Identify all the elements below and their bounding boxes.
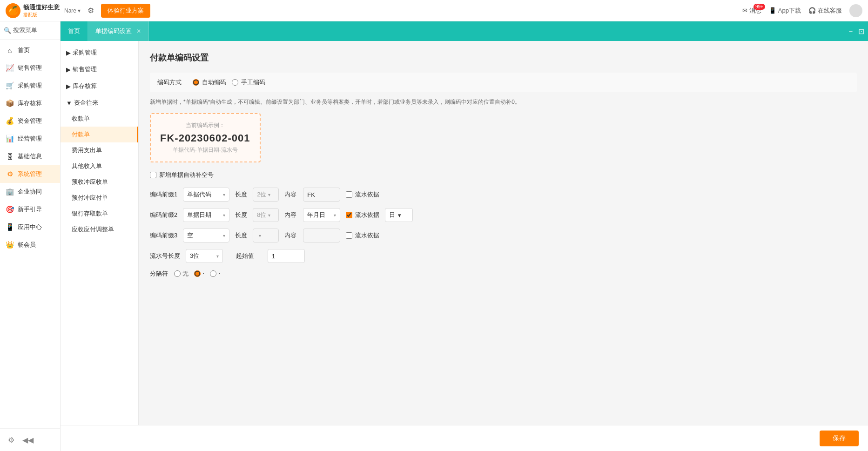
bottom-bar: 保存 (61, 425, 868, 451)
sidebar-item-newguide[interactable]: 🎯 新手引导 (0, 201, 60, 218)
sub-item-bank[interactable]: 银行存取款单 (61, 206, 138, 222)
sub-item-adjustment[interactable]: 应收应付调整单 (61, 222, 138, 237)
home-icon: ⌂ (6, 46, 14, 54)
code-preview-label: 当前编码示例： (186, 121, 225, 129)
sub-item-receipt[interactable]: 收款单 (61, 111, 138, 127)
collapse-btn[interactable]: ◀◀ (21, 433, 34, 446)
prefix2-stream-checkbox[interactable] (346, 212, 352, 218)
tab-encode-settings[interactable]: 单据编码设置 ✕ (88, 21, 149, 41)
logo-area: 🍊 畅通道好生意 搭配版 (6, 3, 60, 18)
sub-group-finance-title[interactable]: ▼ 资金往来 (61, 95, 138, 111)
prefix1-content-label: 内容 (284, 190, 297, 199)
sub-group-inventory-title[interactable]: ▶ 库存核算 (61, 78, 138, 94)
code-preview-value: FK-20230602-001 (160, 132, 250, 144)
tab-minimize-icon[interactable]: － (847, 27, 855, 36)
auto-fill-label: 新增单据自动补空号 (159, 171, 214, 179)
sub-group-purchase: ▶ 采购管理 (61, 45, 138, 61)
sidebar-search[interactable]: 🔍 搜索菜单 (0, 21, 60, 40)
system-icon: ⚙ (6, 170, 14, 178)
sales-icon: 📈 (6, 64, 14, 72)
sidebar-item-home[interactable]: ⌂ 首页 (0, 41, 60, 59)
prefix1-length-value: 2位 ▾ (253, 188, 279, 202)
settings-icon-btn[interactable]: ⚙ (84, 4, 97, 17)
stream-length-row: 流水号长度 3位 ▾ 起始值 (150, 249, 857, 263)
sub-group-purchase-title[interactable]: ▶ 采购管理 (61, 45, 138, 61)
prefix2-label: 编码前缀2 (150, 211, 177, 219)
sidebar-item-enterprise[interactable]: 🏢 企业协同 (0, 183, 60, 201)
sub-item-other-income[interactable]: 其他收入单 (61, 158, 138, 174)
prefix2-select-arrow: ▾ (223, 213, 225, 218)
prefix3-length-value: ▾ (253, 229, 279, 242)
prefix3-row: 编码前缀3 空 ▾ 长度 ▾ 内容 (150, 229, 857, 242)
sidebar-item-system[interactable]: ⚙ 系统管理 (0, 165, 60, 183)
save-button[interactable]: 保存 (820, 431, 859, 446)
sep-dot2[interactable]: · (210, 269, 220, 278)
auto-fill-checkbox[interactable] (150, 172, 156, 178)
page-title: 付款单编码设置 (150, 52, 857, 63)
tab-maximize-icon[interactable]: ⊡ (858, 27, 864, 36)
sub-item-advance-offset[interactable]: 预付冲应付单 (61, 190, 138, 206)
auto-encode-radio[interactable] (193, 79, 199, 86)
prefix3-stream-check[interactable]: 流水依据 (346, 231, 379, 240)
prefix2-select[interactable]: 单据日期 ▾ (183, 208, 229, 222)
sep-none-radio[interactable] (174, 270, 181, 277)
start-value-input[interactable] (268, 249, 305, 263)
main-layout: 🔍 搜索菜单 ⌂ 首页 📈 销售管理 🛒 采购管理 📦 库存核算 💰 资 (0, 21, 868, 451)
sep-dot2-radio[interactable] (210, 270, 216, 277)
prefix1-select[interactable]: 单据代码 ▾ (183, 188, 229, 202)
stream-length-select[interactable]: 3位 ▾ (186, 249, 223, 263)
chevron-down-icon: ▼ (66, 100, 72, 107)
sidebar-item-sales[interactable]: 📈 销售管理 (0, 59, 60, 77)
prefix3-length-label: 长度 (235, 231, 247, 240)
auto-encode-option[interactable]: 自动编码 (193, 78, 226, 87)
prefix3-content-value (303, 229, 340, 242)
sub-group-sales-title[interactable]: ▶ 销售管理 (61, 61, 138, 77)
manual-encode-option[interactable]: 手工编码 (232, 78, 265, 87)
prefix2-content-select[interactable]: 年月日 ▾ (303, 208, 340, 222)
prefix2-length-arrow: ▾ (268, 213, 270, 218)
finance-icon: 💰 (6, 117, 14, 125)
sidebar-item-inventory[interactable]: 📦 库存核算 (0, 94, 60, 112)
sidebar-item-operation[interactable]: 📊 经营管理 (0, 130, 60, 148)
chevron-right-icon: ▶ (66, 49, 71, 56)
message-area[interactable]: ✉ 消息 99+ (742, 7, 761, 15)
info-text: 新增单据时，*单据编码*自动生成，不可编辑。前缀设置为部门、业务员等档案类，开单… (150, 98, 857, 107)
prefix2-stream-check[interactable]: 流水依据 (346, 211, 379, 219)
sidebar-item-apps[interactable]: 📱 应用中心 (0, 218, 60, 236)
code-preview: 当前编码示例： FK-20230602-001 单据代码-单据日期-流水号 (150, 113, 261, 162)
tab-home[interactable]: 首页 (61, 21, 88, 41)
sidebar-item-base[interactable]: 🗄 基础信息 (0, 148, 60, 165)
sidebar-item-member[interactable]: 👑 畅会员 (0, 236, 60, 254)
prefix2-length-value: 8位 ▾ (253, 208, 279, 222)
manual-encode-radio[interactable] (232, 79, 238, 86)
prefix3-stream-checkbox[interactable] (346, 232, 352, 239)
stream-len-arrow: ▾ (216, 254, 219, 259)
sep-none[interactable]: 无 (174, 269, 188, 278)
prefix1-label: 编码前缀1 (150, 190, 177, 199)
inventory-icon: 📦 (6, 99, 14, 108)
breadcrumb-dropdown[interactable]: Nare ▾ (64, 7, 81, 14)
separator-row: 分隔符 无 · · (150, 269, 857, 278)
sub-item-expense[interactable]: 费用支出单 (61, 142, 138, 158)
user-avatar[interactable] (849, 4, 862, 17)
sidebar-item-purchase[interactable]: 🛒 采购管理 (0, 77, 60, 94)
sep-dot1[interactable]: · (194, 269, 204, 278)
prefix1-stream-checkbox[interactable] (346, 191, 352, 198)
sub-item-prepay-offset[interactable]: 预收冲应收单 (61, 174, 138, 190)
apps-icon: 📱 (6, 223, 14, 231)
sub-item-payment[interactable]: 付款单 (61, 127, 138, 142)
prefix2-stream-select[interactable]: 日 ▾ (385, 208, 413, 222)
encoding-mode-section: 编码方式 自动编码 手工编码 (150, 73, 857, 92)
sep-dot1-radio[interactable] (194, 270, 201, 277)
sub-group-inventory: ▶ 库存核算 (61, 78, 138, 94)
online-service[interactable]: 🎧 在线客服 (808, 7, 842, 15)
chevron-right-icon2: ▶ (66, 66, 71, 73)
sidebar-item-finance[interactable]: 💰 资金管理 (0, 112, 60, 130)
auto-fill-row: 新增单据自动补空号 (150, 171, 857, 179)
prefix3-select[interactable]: 空 ▾ (183, 229, 229, 242)
prefix1-stream-check[interactable]: 流水依据 (346, 190, 379, 199)
app-download[interactable]: 📱 App下载 (769, 7, 801, 15)
settings-bottom-btn[interactable]: ⚙ (5, 433, 18, 446)
trial-button[interactable]: 体验行业方案 (101, 4, 150, 18)
tab-close-encode[interactable]: ✕ (136, 28, 141, 34)
